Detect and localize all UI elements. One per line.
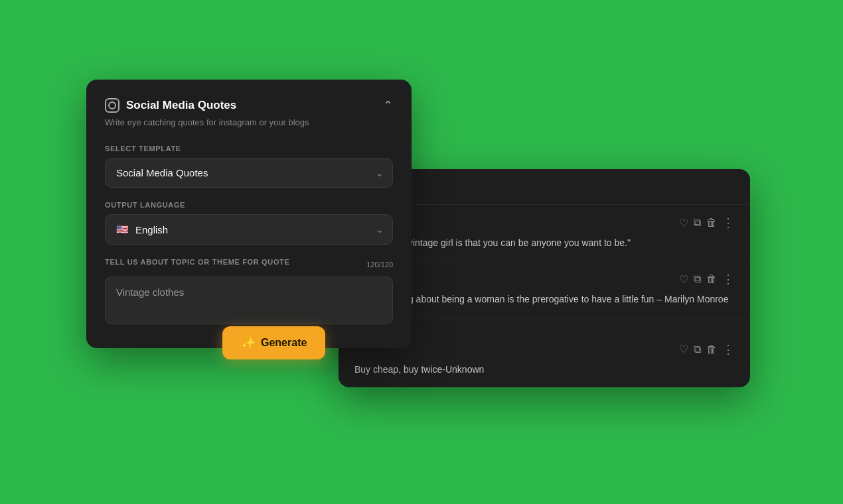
language-select[interactable]: 🇺🇸 English: [105, 214, 393, 245]
favorite-icon[interactable]: ♡: [679, 217, 688, 229]
history-item-actions: ♡ ⧉ 🗑 ⋮: [679, 272, 734, 286]
history-item-actions: ♡ ⧉ 🗑 ⋮: [679, 342, 734, 357]
more-options-icon[interactable]: ⋮: [722, 342, 734, 357]
delete-icon[interactable]: 🗑: [706, 344, 717, 355]
topic-field-row: TELL US ABOUT TOPIC OR THEME FOR QUOTE 1…: [105, 258, 393, 271]
template-select[interactable]: Social Media Quotes: [105, 158, 393, 188]
language-select-wrapper: 🇺🇸 English ⌄: [105, 214, 393, 245]
copy-icon[interactable]: ⧉: [694, 217, 701, 229]
template-label: SELECT TEMPLATE: [105, 145, 393, 153]
generate-label: Generate: [261, 337, 307, 349]
template-select-wrapper: Social Media Quotes ⌄: [105, 158, 393, 188]
history-item-header: ♡ ⧉ 🗑 ⋮: [354, 342, 734, 357]
copy-icon[interactable]: ⧉: [694, 344, 701, 355]
favorite-icon[interactable]: ♡: [679, 343, 688, 355]
favorite-icon[interactable]: ♡: [679, 273, 688, 286]
language-label: OUTPUT LANGUAGE: [105, 201, 393, 209]
template-field-group: SELECT TEMPLATE Social Media Quotes ⌄: [105, 145, 393, 188]
generate-button[interactable]: ✨ Generate: [222, 326, 325, 359]
more-options-icon[interactable]: ⋮: [722, 216, 734, 230]
panel-subtitle: Write eye catching quotes for instagram …: [105, 117, 393, 129]
language-value: English: [135, 224, 168, 235]
history-item-actions: ♡ ⧉ 🗑 ⋮: [679, 216, 734, 230]
topic-label: TELL US ABOUT TOPIC OR THEME FOR QUOTE: [105, 258, 290, 266]
more-options-icon[interactable]: ⋮: [722, 272, 734, 286]
instagram-icon: [105, 98, 119, 113]
language-field-group: OUTPUT LANGUAGE 🇺🇸 English ⌄: [105, 201, 393, 245]
left-panel: Social Media Quotes ⌃ Write eye catching…: [86, 80, 412, 348]
delete-icon[interactable]: 🗑: [706, 273, 717, 285]
panel-title-row: Social Media Quotes: [105, 98, 236, 113]
panel-header: Social Media Quotes ⌃: [105, 98, 393, 113]
language-flag: 🇺🇸: [116, 223, 129, 235]
topic-field-group: TELL US ABOUT TOPIC OR THEME FOR QUOTE 1…: [105, 258, 393, 327]
quote-text: Buy cheap, buy twice-Unknown: [354, 362, 734, 377]
topic-textarea[interactable]: [105, 277, 393, 324]
copy-icon[interactable]: ⧉: [694, 273, 701, 285]
collapse-icon[interactable]: ⌃: [383, 98, 393, 113]
panel-title: Social Media Quotes: [126, 99, 236, 112]
delete-icon[interactable]: 🗑: [706, 217, 717, 229]
char-count: 120/120: [366, 261, 393, 269]
magic-icon: ✨: [241, 336, 256, 350]
